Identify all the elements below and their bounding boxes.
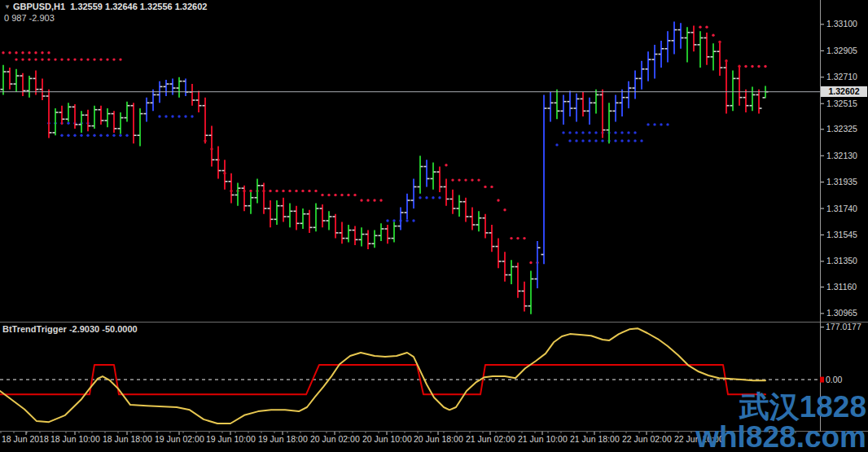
trend-dots-red <box>445 164 447 166</box>
time-scale[interactable]: 18 Jun 201818 Jun 10:0018 Jun 18:0019 Ju… <box>1 432 809 444</box>
time-axis-label: 20 Jun 18:00 <box>414 434 463 444</box>
chart-title: ▼GBPUSD,H1 1.32559 1.32646 1.32556 1.326… <box>4 2 207 11</box>
chart-shift-marker-icon: ▼ <box>4 3 13 11</box>
price-axis-label: 1.33100 <box>826 19 857 29</box>
indicator-axis-label: 177.0177 <box>826 322 861 331</box>
time-axis-label: 22 Jun 02:00 <box>622 434 672 444</box>
time-axis-label: 21 Jun 10:00 <box>518 434 568 444</box>
price-axis-label: 1.31740 <box>826 204 857 213</box>
trigger-value-marker <box>820 377 824 383</box>
watermark-line2: whl828.com <box>695 422 866 452</box>
price-axis-label: 1.32325 <box>826 124 857 134</box>
current-price-label: 1.32602 <box>821 86 867 97</box>
price-axis-label: 1.31545 <box>826 230 857 239</box>
time-axis-label: 18 Jun 18:00 <box>103 434 152 444</box>
indicator-title: BtTrendTrigger -2.9030 -50.0000 <box>2 324 138 334</box>
price-axis-label: 1.30965 <box>826 308 857 318</box>
chart-background <box>0 0 868 452</box>
price-axis-label: 1.31160 <box>826 282 857 292</box>
watermark: 武汉1828 whl828.com <box>695 392 866 452</box>
trend-dots-red <box>497 199 499 201</box>
time-axis-label: 18 Jun 2018 <box>2 434 49 444</box>
price-axis-label: 1.32905 <box>826 46 857 55</box>
trend-dots-red <box>712 34 714 37</box>
chart-subtitle: 0 987 -2.903 <box>4 13 55 23</box>
time-axis-label: 21 Jun 18:00 <box>570 434 620 444</box>
trend-dots-red <box>510 237 525 239</box>
price-axis-label: 1.31935 <box>826 177 857 187</box>
time-axis-label: 19 Jun 18:00 <box>258 434 308 444</box>
price-axis-label: 1.32130 <box>826 151 857 160</box>
price-axis-label: 1.32710 <box>826 72 857 81</box>
time-axis-label: 19 Jun 10:00 <box>206 434 256 444</box>
price-axis-label: 1.31350 <box>826 256 857 265</box>
time-axis-label: 21 Jun 02:00 <box>466 434 515 444</box>
price-axis-label: 1.32515 <box>826 99 857 108</box>
time-axis-label: 20 Jun 10:00 <box>362 434 412 444</box>
watermark-line1: 武汉1828 <box>695 392 866 422</box>
mt4-chart-window: { "window": { "chart_marker": "▼", "titl… <box>0 0 868 452</box>
trend-dots-blue <box>555 143 558 146</box>
indicator-axis-label: 0.00 <box>826 375 843 384</box>
symbol-ohlc-text: GBPUSD,H1 1.32559 1.32646 1.32556 1.3260… <box>13 2 208 11</box>
trend-dots-red <box>503 208 506 211</box>
time-axis-label: 19 Jun 02:00 <box>155 434 204 444</box>
time-axis-label: 18 Jun 10:00 <box>50 434 100 444</box>
chart-canvas[interactable]: 1.331001.329051.327101.325151.323251.321… <box>0 0 868 452</box>
time-axis-label: 20 Jun 02:00 <box>310 434 360 444</box>
